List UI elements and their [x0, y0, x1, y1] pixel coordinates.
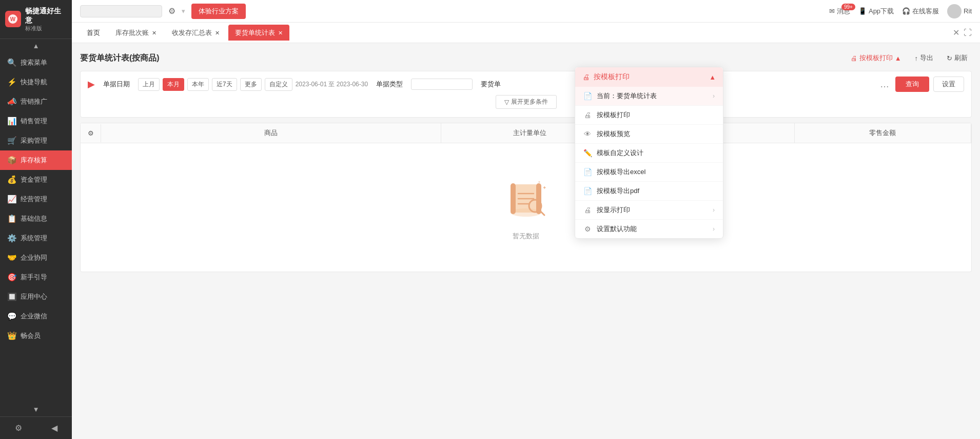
dropdown-export-pdf-item[interactable]: 📄 按模板导出pdf	[575, 182, 723, 201]
sidebar-scroll-up[interactable]: ▲	[0, 39, 72, 53]
refresh-button[interactable]: ↻ 刷新	[943, 51, 972, 65]
sidebar-item-newbie[interactable]: 🎯 新手引导	[0, 268, 72, 287]
operation-icon: 📈	[7, 195, 16, 204]
expand-more-button[interactable]: ▽ 展开更多条件	[496, 95, 557, 109]
template-print-button[interactable]: 🖨 按模板打印 ▲	[847, 51, 906, 65]
th-settings[interactable]: ⚙	[81, 124, 101, 142]
set-default-chevron-icon: ›	[713, 225, 715, 233]
sidebar-item-label: 快捷导航	[21, 78, 47, 87]
online-service-label: 在线客服	[912, 7, 939, 16]
topbar-online-service[interactable]: 🎧 在线客服	[902, 7, 939, 16]
sidebar-item-label: 新手引导	[21, 273, 47, 282]
dropdown-export-excel-label: 按模板导出excel	[597, 167, 645, 177]
dropdown-template-print-item[interactable]: 🖨 按模板打印	[575, 106, 723, 125]
trial-industry-button[interactable]: 体验行业方案	[191, 4, 246, 19]
topbar-user[interactable]: Rit	[947, 4, 972, 18]
sidebar-item-search[interactable]: 🔍 搜索菜单	[0, 53, 72, 72]
dropdown-current-label: 当前：要货单统计表	[597, 91, 657, 101]
tab-receipt-summary-label: 收发存汇总表	[172, 28, 212, 37]
sidebar-nav: 🔍 搜索菜单 ⚡ 快捷导航 📣 营销推广 📊 销售管理 🛒 采购管理 📦 库存核…	[0, 53, 72, 403]
basic-icon: 📋	[7, 214, 16, 223]
dropdown-template-preview-label: 按模板预览	[597, 129, 630, 139]
dropdown-close-chevron-icon[interactable]: ▲	[709, 73, 716, 81]
sidebar-item-finance[interactable]: 💰 资金管理	[0, 170, 72, 189]
date-btn-this-month[interactable]: 本月	[163, 78, 184, 91]
marketing-icon: 📣	[7, 97, 16, 106]
dropdown-export-excel-item[interactable]: 📄 按模板导出excel	[575, 163, 723, 182]
tab-order-stats-close-icon[interactable]: ✕	[278, 30, 283, 36]
th-retail-amount: 零售金额	[795, 123, 971, 143]
sidebar-scroll-down[interactable]: ▼	[0, 403, 72, 416]
refresh-label: 刷新	[954, 53, 968, 63]
sidebar-item-collab[interactable]: 🤝 企业协同	[0, 248, 72, 268]
dropdown-print-icon: 🖨	[582, 73, 590, 81]
sidebar-item-label: 企业微信	[21, 312, 47, 321]
user-name: Rit	[964, 7, 972, 15]
export-label: 导出	[920, 53, 933, 63]
sidebar-item-sales[interactable]: 📊 销售管理	[0, 111, 72, 131]
svg-text:✦: ✦	[542, 185, 546, 190]
date-btn-7days[interactable]: 近7天	[212, 78, 237, 91]
export-button[interactable]: ↑ 导出	[911, 51, 938, 65]
tab-home[interactable]: 首页	[80, 25, 107, 41]
page-header: 要货单统计表(按商品) 🖨 按模板打印 ▲ ↑ 导出 ↻ 刷新	[80, 51, 972, 65]
sidebar-item-system[interactable]: ⚙️ 系统管理	[0, 228, 72, 248]
tab-order-stats[interactable]: 要货单统计表 ✕	[228, 25, 289, 41]
date-btn-this-year[interactable]: 本年	[187, 78, 209, 91]
tab-receipt-summary-close-icon[interactable]: ✕	[215, 30, 220, 36]
type-select-box[interactable]	[411, 79, 473, 90]
window-expand-icon[interactable]: ⛶	[964, 28, 972, 37]
tab-receipt-summary[interactable]: 收发存汇总表 ✕	[165, 25, 226, 41]
sidebar-item-purchase[interactable]: 🛒 采购管理	[0, 131, 72, 150]
sidebar-item-operation[interactable]: 📈 经营管理	[0, 189, 72, 209]
data-table: ⚙ 商品 主计量单位 主数量 零售金额	[80, 123, 972, 272]
newbie-icon: 🎯	[7, 273, 16, 282]
dropdown-template-preview-item[interactable]: 👁 按模板预览	[575, 125, 723, 144]
sidebar-item-appstore[interactable]: 🔲 应用中心	[0, 287, 72, 307]
settings-button[interactable]: 设置	[933, 77, 964, 92]
wechat-icon: 💬	[7, 312, 16, 321]
footer-sound-icon[interactable]: ◀	[49, 421, 60, 435]
dropdown-set-default-icon: ⚙	[583, 225, 592, 233]
dropdown-set-default-item[interactable]: ⚙ 设置默认功能 ›	[575, 220, 723, 238]
sidebar-item-member[interactable]: 👑 畅会员	[0, 326, 72, 346]
topbar-message[interactable]: ✉ 消息 99+	[829, 7, 850, 16]
sidebar-item-basic[interactable]: 📋 基础信息	[0, 209, 72, 228]
template-print-icon: 🖨	[851, 54, 857, 62]
template-print-chevron-icon: ▲	[895, 54, 901, 62]
empty-state-icon: ✦ ✦	[500, 174, 552, 225]
date-btn-more[interactable]: 更多	[240, 78, 262, 91]
app-download-icon: 📱	[858, 7, 867, 15]
dropdown-current-item[interactable]: 📄 当前：要货单统计表 ›	[575, 87, 723, 106]
tab-batch-account[interactable]: 库存批次账 ✕	[109, 25, 163, 41]
filter-expand-icon[interactable]: ▶	[88, 79, 95, 90]
logo-main-text: 畅捷通好生意	[25, 6, 67, 25]
dropdown-template-custom-item[interactable]: ✏️ 模板自定义设计	[575, 144, 723, 163]
topbar-divider: ▾	[182, 7, 185, 15]
more-options-icon[interactable]: …	[878, 79, 891, 90]
sidebar-item-label: 销售管理	[21, 117, 47, 126]
sidebar-item-shortcut[interactable]: ⚡ 快捷导航	[0, 72, 72, 92]
topbar-search-input[interactable]	[80, 5, 162, 17]
topbar-gear-icon[interactable]: ⚙	[168, 6, 175, 16]
sidebar-item-inventory[interactable]: 📦 库存核算	[0, 150, 72, 170]
date-btn-last-month[interactable]: 上月	[138, 78, 160, 91]
page-title: 要货单统计表(按商品)	[80, 53, 160, 64]
collab-icon: 🤝	[7, 253, 16, 262]
system-icon: ⚙️	[7, 234, 16, 243]
dropdown-template-custom-icon: ✏️	[583, 149, 592, 157]
date-range-text: 2023-06-01 至 2023-06-30	[296, 80, 368, 89]
footer-settings-icon[interactable]: ⚙	[13, 421, 24, 435]
query-button[interactable]: 查询	[895, 77, 929, 92]
dropdown-export-excel-icon: 📄	[583, 168, 592, 176]
dropdown-display-print-item[interactable]: 🖨 按显示打印 ›	[575, 201, 723, 220]
tab-home-label: 首页	[87, 28, 100, 37]
sidebar-item-marketing[interactable]: 📣 营销推广	[0, 92, 72, 111]
window-close-icon[interactable]: ✕	[953, 28, 959, 37]
topbar-app-download[interactable]: 📱 App下载	[858, 7, 894, 16]
date-btn-custom[interactable]: 自定义	[265, 78, 292, 91]
sidebar-item-label: 库存核算	[21, 156, 47, 165]
sidebar-item-label: 采购管理	[21, 136, 47, 145]
sidebar-item-wechat[interactable]: 💬 企业微信	[0, 307, 72, 326]
tab-batch-account-close-icon[interactable]: ✕	[152, 30, 156, 36]
